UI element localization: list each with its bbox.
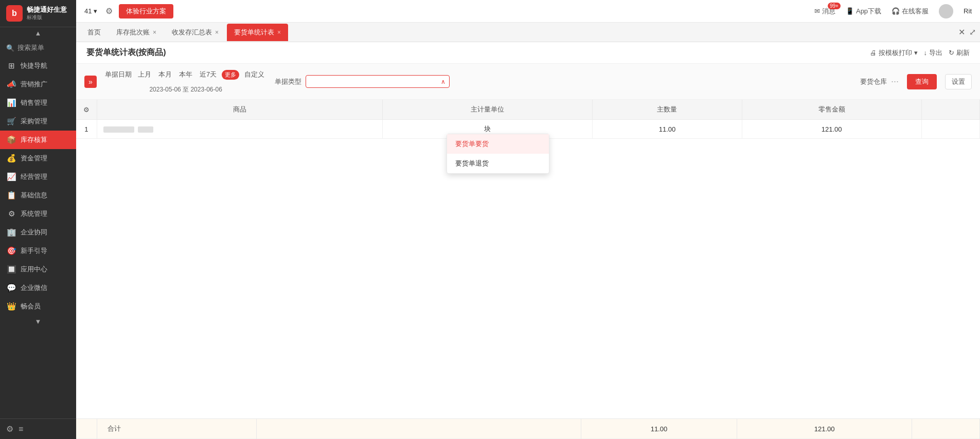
filter-warehouse-group: 要货仓库 ··· bbox=[860, 76, 899, 87]
print-label: 按模板打印 bbox=[879, 48, 912, 58]
sidebar-item-label: 基础信息 bbox=[21, 191, 47, 200]
tab-home-label: 首页 bbox=[87, 28, 101, 37]
warehouse-more-icon[interactable]: ··· bbox=[891, 76, 899, 87]
app-download-btn[interactable]: 📱 App下载 bbox=[846, 7, 881, 16]
app-download-label: App下载 bbox=[856, 7, 881, 16]
cell-extra bbox=[921, 120, 979, 139]
tab-requisition-summary[interactable]: 要货单统计表 × bbox=[227, 24, 288, 41]
sidebar-item-system[interactable]: ⚙ 系统管理 bbox=[0, 205, 76, 223]
refresh-icon: ↻ bbox=[949, 49, 954, 57]
scroll-up-arrow[interactable]: ▲ bbox=[0, 27, 76, 39]
sidebar-item-label: 畅会员 bbox=[21, 302, 41, 311]
type-filter-input[interactable] bbox=[306, 75, 450, 88]
menu-toggle-icon[interactable]: ≡ bbox=[19, 425, 23, 434]
print-arrow-icon: ▾ bbox=[914, 49, 918, 57]
export-label: 导出 bbox=[929, 48, 942, 58]
sidebar-item-operations[interactable]: 📈 经营管理 bbox=[0, 168, 76, 186]
dropdown-item-requisition-order[interactable]: 要货单要货 bbox=[447, 134, 549, 154]
warehouse-filter-label: 要货仓库 bbox=[860, 77, 887, 86]
date-filter-label: 单据日期 bbox=[105, 70, 132, 79]
refresh-btn[interactable]: ↻ 刷新 bbox=[949, 48, 970, 58]
tab-receivable-summary[interactable]: 收发存汇总表 × bbox=[165, 24, 226, 41]
sidebar-search[interactable]: 🔍 搜索菜单 bbox=[0, 39, 76, 57]
sidebar-item-label: 资金管理 bbox=[21, 154, 47, 163]
filter-bar: » 单据日期 上月 本月 本年 近7天 更多 自定义 2023-05-06 至 … bbox=[76, 64, 980, 100]
online-service-btn[interactable]: 🎧 在线客服 bbox=[892, 7, 929, 16]
data-table: ⚙ 商品 主计量单位 主数量 零售金额 1 bbox=[76, 100, 980, 139]
last-7-days-btn[interactable]: 近7天 bbox=[198, 69, 219, 80]
filter-type-group: 单据类型 ∧ bbox=[275, 75, 450, 88]
wechat-biz-icon: 💬 bbox=[6, 283, 16, 292]
messages-btn[interactable]: ✉ 消息 99+ bbox=[814, 7, 835, 16]
print-icon: 🖨 bbox=[870, 49, 877, 57]
footer-label: 合计 bbox=[97, 419, 256, 439]
more-dates-btn[interactable]: 更多 bbox=[222, 70, 239, 80]
dropdown-item-requisition-return[interactable]: 要货单退货 bbox=[447, 154, 549, 173]
user-avatar[interactable] bbox=[939, 4, 953, 19]
sidebar-item-label: 企业微信 bbox=[21, 283, 47, 292]
vip-member-icon: 👑 bbox=[6, 302, 16, 311]
scroll-down-arrow[interactable]: ▼ bbox=[0, 316, 76, 327]
maximize-window-btn[interactable]: ⤢ bbox=[969, 27, 976, 37]
footer-row: 合计 11.00 121.00 bbox=[76, 419, 980, 439]
this-month-btn[interactable]: 本月 bbox=[156, 69, 174, 80]
custom-date-btn[interactable]: 自定义 bbox=[242, 69, 266, 80]
last-month-btn[interactable]: 上月 bbox=[136, 69, 153, 80]
sidebar-item-marketing[interactable]: 📣 营销推广 bbox=[0, 75, 76, 94]
page-header-actions: 🖨 按模板打印 ▾ ↓ 导出 ↻ 刷新 bbox=[870, 48, 970, 58]
purchase-icon: 🛒 bbox=[6, 117, 16, 126]
tab-close-requisition-summary[interactable]: × bbox=[277, 29, 281, 36]
tab-inventory-batch[interactable]: 库存批次账 × bbox=[109, 24, 164, 41]
footer-quantity: 11.00 bbox=[581, 419, 737, 439]
company-selector[interactable]: 41 ▾ bbox=[84, 7, 97, 15]
close-window-btn[interactable]: ✕ bbox=[958, 27, 965, 37]
sidebar-item-basic-info[interactable]: 📋 基础信息 bbox=[0, 186, 76, 205]
sales-icon: 📊 bbox=[6, 98, 16, 107]
guide-icon: 🎯 bbox=[6, 246, 16, 255]
sidebar-item-wechat-biz[interactable]: 💬 企业微信 bbox=[0, 279, 76, 297]
sidebar-item-finance[interactable]: 💰 资金管理 bbox=[0, 149, 76, 168]
print-btn[interactable]: 🖨 按模板打印 ▾ bbox=[870, 48, 918, 58]
col-settings[interactable]: ⚙ bbox=[76, 100, 97, 120]
sidebar-item-inventory[interactable]: 📦 库存核算 bbox=[0, 131, 76, 149]
query-button[interactable]: 查询 bbox=[907, 74, 937, 89]
sidebar-item-app-center[interactable]: 🔲 应用中心 bbox=[0, 260, 76, 279]
sidebar-item-sales[interactable]: 📊 销售管理 bbox=[0, 94, 76, 112]
sidebar-item-guide[interactable]: 🎯 新手引导 bbox=[0, 242, 76, 260]
tabs-bar: 首页 库存批次账 × 收发存汇总表 × 要货单统计表 × ✕ ⤢ bbox=[76, 23, 980, 42]
sidebar-item-label: 营销推广 bbox=[21, 80, 47, 89]
company-dropdown-icon: ▾ bbox=[94, 7, 97, 15]
tab-close-receivable-summary[interactable]: × bbox=[215, 29, 219, 36]
headset-icon: 🎧 bbox=[892, 7, 900, 15]
enterprise-icon: 🏢 bbox=[6, 228, 16, 237]
filter-settings-button[interactable]: 设置 bbox=[945, 74, 972, 89]
settings-icon[interactable]: ⚙ bbox=[6, 424, 13, 434]
table-footer: 合计 11.00 121.00 bbox=[76, 418, 980, 439]
window-controls: ✕ ⤢ bbox=[958, 27, 976, 37]
system-icon: ⚙ bbox=[6, 209, 16, 218]
tab-home[interactable]: 首页 bbox=[80, 24, 108, 41]
export-icon: ↓ bbox=[924, 49, 928, 57]
username-label: Rit bbox=[964, 7, 972, 15]
sidebar-bottom: ⚙ ≡ bbox=[0, 418, 76, 439]
sidebar-item-purchase[interactable]: 🛒 采购管理 bbox=[0, 112, 76, 131]
topbar: 41 ▾ ⚙ 体验行业方案 ✉ 消息 99+ 📱 App下载 🎧 在线客服 Ri… bbox=[76, 0, 980, 23]
basic-info-icon: 📋 bbox=[6, 191, 16, 200]
trial-button[interactable]: 体验行业方案 bbox=[119, 4, 173, 19]
app-logo-icon: b bbox=[6, 5, 23, 22]
sidebar-item-label: 采购管理 bbox=[21, 117, 47, 126]
sidebar-item-vip-member[interactable]: 👑 畅会员 bbox=[0, 297, 76, 316]
sidebar-item-quick-nav[interactable]: ⊞ 快捷导航 bbox=[0, 57, 76, 75]
tab-close-inventory-batch[interactable]: × bbox=[153, 29, 156, 36]
filter-expand-btn[interactable]: » bbox=[84, 76, 97, 88]
quick-nav-icon: ⊞ bbox=[6, 61, 16, 70]
this-year-btn[interactable]: 本年 bbox=[177, 69, 194, 80]
online-service-label: 在线客服 bbox=[902, 7, 929, 16]
sidebar-item-enterprise[interactable]: 🏢 企业协同 bbox=[0, 223, 76, 242]
sidebar-logo: b 畅捷通好生意 标准版 bbox=[0, 0, 76, 27]
cell-quantity: 11.00 bbox=[593, 120, 742, 139]
export-btn[interactable]: ↓ 导出 bbox=[924, 48, 943, 58]
type-dropdown-arrow[interactable]: ∧ bbox=[441, 78, 446, 85]
app-sub: 标准版 bbox=[27, 14, 67, 21]
topbar-settings-icon[interactable]: ⚙ bbox=[105, 6, 113, 16]
